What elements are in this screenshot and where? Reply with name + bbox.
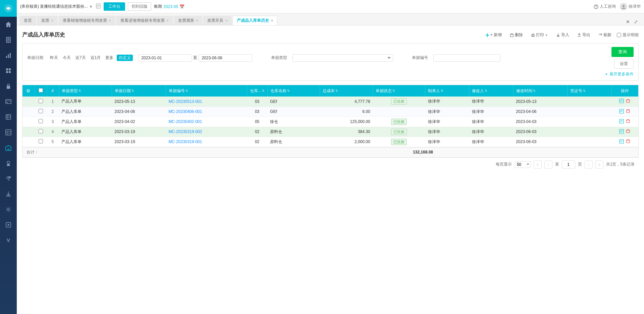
cell-number-4[interactable]: MC-20230319-002 [166,127,247,137]
prev-page-button[interactable]: ‹ [544,161,552,169]
col-voucher-sort[interactable]: 凭证号 ⇅ [570,88,608,94]
date-today-btn[interactable]: 今天 [61,55,72,61]
export-button[interactable]: 导出 [575,31,593,39]
sidebar-item-document[interactable] [0,32,17,48]
cell-number-3[interactable]: MC-20230402-001 [166,117,247,127]
col-warehouse-name-sort[interactable]: 仓库名称 ⇅ [270,88,317,94]
delete-icon-5[interactable] [626,139,630,144]
delete-icon-2[interactable] [626,109,630,114]
tab-product-inbound-history-close[interactable]: × [271,19,273,22]
sidebar-item-settings[interactable] [0,202,17,217]
tab-invoice[interactable]: 发票 × [37,16,58,25]
date-end-input[interactable] [199,54,252,62]
date-start-input[interactable] [138,54,192,62]
delete-button[interactable]: 删除 [507,31,526,39]
tab-window-maximize-button[interactable]: ⤢ [633,18,639,25]
doc-link-5[interactable]: MC-20230319-001 [168,139,202,144]
tab-window-close-button[interactable]: ✕ [625,18,631,25]
calendar-icon[interactable]: 📅 [179,4,184,9]
user-menu[interactable]: 徐泽华 [620,3,641,10]
print-button[interactable]: 打印 ▼ [528,31,551,39]
sidebar-item-chart[interactable] [0,48,17,63]
switch-version-button[interactable]: 切到旧版 [128,2,151,11]
tab-invoice-close[interactable]: × [51,19,53,22]
cell-number-1[interactable]: MC-20230513-001 [166,97,247,107]
cell-number-5[interactable]: MC-20230319-001 [166,137,247,147]
delete-icon-1[interactable] [626,99,630,104]
col-status-sort[interactable]: 单据状态 ⇅ [376,88,422,94]
next-page-button[interactable]: › [585,161,593,169]
display-detail-toggle[interactable]: 显示明细 [617,32,639,38]
first-page-button[interactable]: « [534,161,542,169]
support-link[interactable]: 人工咨询 [594,4,616,9]
delete-icon-4[interactable] [626,129,630,134]
col-warehouse-code-sort[interactable]: 仓库... ⇅ [250,88,265,94]
new-button[interactable]: + 新增 [483,31,504,39]
cell-number-2[interactable]: MC-20230406-001 [166,107,247,117]
edit-icon-4[interactable] [619,129,624,135]
col-modifier-sort[interactable]: 修改人 ⇅ [472,88,510,94]
print-dropdown-icon[interactable]: ▼ [545,34,548,37]
sidebar-item-refresh[interactable] [0,171,17,186]
col-number-sort[interactable]: 单据编号 ⇅ [169,88,244,94]
date-custom-btn[interactable]: 自定义 [117,55,133,61]
sidebar-item-grid[interactable] [0,63,17,78]
col-total-cost-sort[interactable]: 总成本 ⇅ [323,88,370,94]
row-checkbox-3[interactable] [39,119,43,123]
tab-view-sales-vat[interactable]: 查看销项增值税专用发票 × [58,16,115,25]
edit-icon-3[interactable] [619,119,624,125]
row-checkbox-2[interactable] [39,109,43,113]
import-button[interactable]: 导入 [553,31,572,39]
date-more-btn[interactable]: 更多 [104,55,115,61]
sidebar-item-home[interactable] [0,17,17,32]
sidebar-item-invoice[interactable] [0,94,17,109]
tab-view-purchase-vat-close[interactable]: × [167,19,169,22]
tab-view-purchase-vat[interactable]: 查看进项增值税专用发票 × [116,16,173,25]
date-7days-btn[interactable]: 近7天 [74,55,87,61]
refresh-button[interactable]: 刷新 [596,31,614,39]
tab-invoice-open-close[interactable]: × [225,19,227,22]
doc-link-1[interactable]: MC-20230513-001 [168,99,202,104]
sidebar-item-table[interactable] [0,125,17,140]
expand-filter-btn[interactable]: 展开更多条件 [605,71,634,77]
col-creator-sort[interactable]: 制单人 ⇅ [428,88,466,94]
select-all-checkbox[interactable] [39,88,43,92]
type-filter-select[interactable] [292,54,393,62]
query-button[interactable]: 查询 [611,47,634,57]
sidebar-item-stamp[interactable] [0,155,17,171]
last-page-button[interactable]: » [595,161,603,169]
tab-invoice-calc[interactable]: 发票测算 × [174,16,203,25]
sidebar-item-download[interactable] [0,186,17,202]
date-1month-btn[interactable]: 近1月 [89,55,102,61]
sidebar-item-version[interactable]: V [0,233,17,248]
page-number-input[interactable] [562,161,575,169]
edit-icon-1[interactable] [619,99,624,104]
number-filter-input[interactable] [433,54,500,62]
per-page-select[interactable]: 10 20 50 100 [515,161,531,168]
sidebar-item-report[interactable] [0,109,17,125]
date-yesterday-btn[interactable]: 昨天 [49,55,59,61]
edit-icon-5[interactable] [619,139,624,145]
edit-icon-2[interactable] [619,109,624,115]
tab-invoice-calc-close[interactable]: × [196,19,198,22]
settings-icon[interactable]: ⚙ [26,88,31,93]
col-type-sort[interactable]: 单据类型 ⇅ [62,88,109,94]
sidebar-item-play[interactable] [0,217,17,233]
sidebar-item-lock[interactable] [0,78,17,94]
tab-view-sales-vat-close[interactable]: × [109,19,111,22]
company-dropdown-icon[interactable]: ▼ [89,4,93,9]
workbench-button[interactable]: 工作台 [104,2,125,11]
sidebar-item-warehouse[interactable] [0,140,17,155]
row-checkbox-4[interactable] [39,129,43,133]
doc-link-3[interactable]: MC-20230402-001 [168,119,202,124]
tab-product-inbound-history[interactable]: 产成品入库单历史 × [232,16,277,25]
tab-invoice-open[interactable]: 发票开具 × [203,16,232,25]
row-checkbox-5[interactable] [39,139,43,143]
doc-link-2[interactable]: MC-20230406-001 [168,109,202,114]
col-modify-time-sort[interactable]: 修改时间 ⇅ [516,88,565,94]
display-detail-checkbox[interactable] [617,33,621,37]
tab-home[interactable]: 首页 [19,16,36,25]
row-checkbox-1[interactable] [39,99,43,103]
delete-icon-3[interactable] [626,119,630,124]
doc-link-4[interactable]: MC-20230319-002 [168,129,202,134]
